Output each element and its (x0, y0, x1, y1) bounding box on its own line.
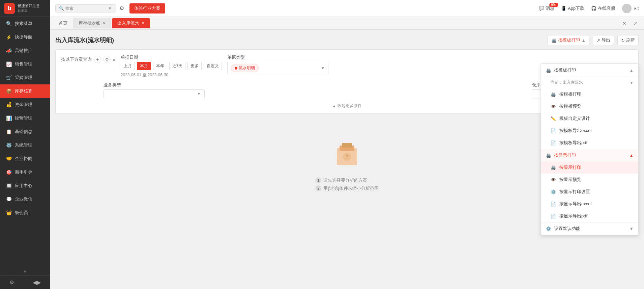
sidebar-item-wechat[interactable]: 💬 企业微信 (0, 192, 50, 206)
sidebar-item-basic[interactable]: 📋 基础信息 (0, 125, 50, 138)
svg-rect-2 (342, 143, 352, 148)
order-type-select[interactable]: 流水明细 ▼ (227, 62, 328, 74)
display-excel-icon: 📄 (551, 201, 556, 207)
tab-flow[interactable]: 出入库流水 ✕ (112, 18, 150, 28)
settings-icon[interactable]: ⚙ (9, 279, 14, 286)
sidebar-icon-sales: 📈 (5, 61, 12, 68)
sidebar-scroll-down[interactable]: ▼ (0, 268, 50, 275)
sidebar-label-operation: 经营管理 (15, 115, 32, 121)
sidebar-label-app: 应用中心 (15, 183, 32, 189)
display-section-title: 🖨️ 按显示打印 (546, 152, 576, 158)
refresh-button[interactable]: ↻ 刷新 (617, 35, 639, 45)
order-type-field: 单据类型 流水明细 ▼ (227, 54, 328, 74)
sidebar-item-vip[interactable]: 👑 畅会员 (0, 206, 50, 219)
print-dropdown-icon[interactable]: ▲ (581, 38, 586, 43)
sidebar-icon-operation: 📊 (5, 115, 12, 122)
dropdown-item-display-pdf[interactable]: 📄 按显示导出pdf (541, 210, 638, 222)
sidebar-item-shortcut[interactable]: ⚡ 快捷导航 (0, 30, 50, 44)
dropdown-item-template-excel[interactable]: 📄 按模板导出excel (541, 125, 638, 137)
print-button[interactable]: 🖨️ 按模板打印 ▲ (548, 35, 589, 45)
search-dropdown-icon[interactable]: ▼ (108, 6, 112, 11)
collapse-up-icon: ▲ (332, 104, 336, 108)
window-close-btn[interactable]: ✕ (620, 19, 629, 28)
trial-button[interactable]: 体验行业方案 (129, 3, 165, 14)
dropdown-item-display-print[interactable]: 🖨️ 按显示打印 (541, 161, 638, 174)
sidebar-label-finance: 资金管理 (15, 102, 32, 108)
window-expand-btn[interactable]: ⤢ (631, 19, 640, 28)
tab-flow-close[interactable]: ✕ (141, 21, 145, 26)
sidebar-label-marketing: 营销推广 (15, 48, 32, 54)
tab-home[interactable]: 首页 (54, 18, 72, 28)
template-section-header[interactable]: 🖨️ 按模板打印 ▲ (541, 64, 638, 77)
date-btn-custom[interactable]: 自定义 (204, 62, 222, 70)
filter-add-btn[interactable]: + (94, 56, 101, 63)
tab-batch[interactable]: 库存批次账 ✕ (74, 18, 111, 28)
dropdown-item-display-excel[interactable]: 📄 按显示导出excel (541, 198, 638, 210)
sidebar-item-purchase[interactable]: 🛒 采购管理 (0, 71, 50, 84)
dropdown-item-template-print[interactable]: 🖨️ 按模板打印 (541, 88, 638, 100)
dropdown-default-setting[interactable]: ⚙️ 设置默认功能 ▼ (541, 222, 638, 235)
service-icon: 🎧 (591, 6, 596, 11)
dropdown-item-template-preview[interactable]: 👁️ 按模板预览 (541, 100, 638, 112)
dropdown-item-display-settings[interactable]: ⚙️ 按显示打印设置 (541, 186, 638, 198)
sidebar-icon-wechat: 💬 (5, 196, 12, 203)
topbar-right: 💬 消息 99+ 📱 App下载 🎧 在线客服 Rit (539, 4, 639, 13)
filter-label-area: 按以下方案查询 + ⚙ « (61, 56, 115, 63)
topbar-gear-icon[interactable]: ⚙ (119, 5, 124, 11)
app-download-button[interactable]: 📱 App下载 (561, 5, 584, 11)
collapse-button[interactable]: ▲ 收起更多条件 (332, 103, 362, 109)
biz-type-select[interactable]: ▼ (104, 89, 205, 98)
search-icon: 🔍 (59, 6, 64, 11)
sidebar-icon-guide: 🎯 (5, 169, 12, 176)
sidebar-item-guide[interactable]: 🎯 新手引导 (0, 165, 50, 179)
dropdown-item-display-preview[interactable]: 👁️ 按显示预览 (541, 174, 638, 186)
empty-icon: ? (330, 138, 364, 172)
sidebar-item-operation[interactable]: 📊 经营管理 (0, 111, 50, 125)
message-button[interactable]: 💬 消息 99+ (539, 5, 554, 11)
export-button[interactable]: ↗ 导出 (593, 35, 614, 45)
filter-collapse-btn[interactable]: « (113, 57, 115, 62)
date-btn-lastmonth[interactable]: 上月 (121, 62, 135, 70)
tab-batch-close[interactable]: ✕ (103, 21, 106, 26)
sidebar-item-inventory[interactable]: 📦 库存核算 (0, 84, 50, 98)
date-field: 单据日期 上月 本月 本年 近7天 更多 自定义 2023-06-01 至 20… (121, 54, 222, 78)
sidebar-item-app[interactable]: 🔲 应用中心 (0, 179, 50, 192)
page-title: 出入库流水(流水明细) (55, 36, 114, 44)
collapse-icon[interactable]: ◀▶ (33, 279, 41, 286)
template-print-item-icon: 🖨️ (551, 91, 556, 97)
content-area: 出入库流水(流水明细) 🖨️ 按模板打印 ▲ ↗ 导出 ↻ 刷新 (50, 30, 644, 289)
dropdown-item-template-custom[interactable]: ✏️ 模板自定义设计 (541, 112, 638, 125)
sidebar-item-search[interactable]: 🔍 搜索菜单 (0, 17, 50, 30)
sidebar-item-marketing[interactable]: 📣 营销推广 (0, 44, 50, 57)
date-btn-thisyear[interactable]: 本年 (153, 62, 167, 70)
sidebar-item-corp[interactable]: 🤝 企业协同 (0, 152, 50, 165)
sidebar-item-system[interactable]: ⚙️ 系统管理 (0, 138, 50, 152)
biz-type-field: 业务类型 ▼ (104, 82, 205, 98)
sidebar-label-system: 系统管理 (15, 142, 32, 148)
date-btn-7days[interactable]: 近7天 (169, 62, 186, 70)
sidebar-label-vip: 畅会员 (15, 210, 28, 216)
sidebar-icon-system: ⚙️ (5, 142, 12, 149)
display-section-header[interactable]: 🖨️ 按显示打印 ▲ (541, 149, 638, 161)
search-box[interactable]: 🔍 ▼ (55, 4, 116, 12)
template-section-collapse-icon[interactable]: ▲ (629, 68, 634, 73)
online-service-button[interactable]: 🎧 在线客服 (591, 5, 615, 11)
sidebar-item-finance[interactable]: 💰 资金管理 (0, 98, 50, 111)
order-type-caret: ▼ (321, 66, 325, 71)
sidebar-icon-corp: 🤝 (5, 155, 12, 162)
dropdown-item-template-pdf[interactable]: 📄 按模板导出pdf (541, 137, 638, 149)
sidebar-item-sales[interactable]: 📈 销售管理 (0, 57, 50, 71)
sidebar-icon-app: 🔲 (5, 182, 12, 189)
filter-settings-btn[interactable]: ⚙ (103, 56, 111, 63)
display-section-arrow[interactable]: ▲ (629, 153, 634, 158)
sidebar-icon-shortcut: ⚡ (5, 34, 12, 41)
date-btn-thismonth[interactable]: 本月 (137, 62, 151, 70)
user-area[interactable]: Rit (622, 4, 639, 13)
date-btn-more[interactable]: 更多 (187, 62, 202, 70)
sidebar-label-inventory: 库存核算 (15, 88, 32, 94)
search-input[interactable] (65, 6, 106, 11)
template-excel-icon: 📄 (551, 128, 556, 133)
template-preview-icon: 👁️ (551, 104, 556, 109)
logo-text: 畅捷通好生意 标准版 (18, 3, 40, 13)
filter-label: 按以下方案查询 (61, 56, 92, 62)
